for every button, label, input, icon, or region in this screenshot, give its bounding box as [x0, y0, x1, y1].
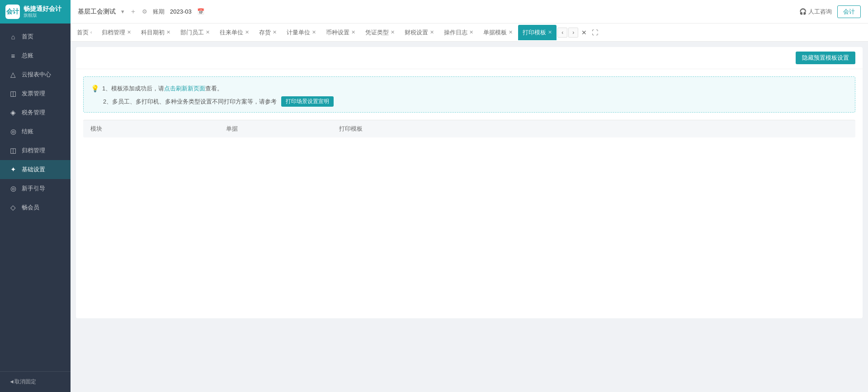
sidebar-item-archive[interactable]: ◫归档管理: [0, 141, 71, 160]
nav-label-invoice: 发票管理: [22, 90, 45, 98]
tab-subject[interactable]: 科目期初✕: [137, 25, 175, 40]
sidebar-logo: 会计 畅捷通好会计 旗舰版: [0, 0, 71, 24]
sidebar-item-tax[interactable]: ◈税务管理: [0, 103, 71, 122]
period-label: 账期: [153, 8, 165, 16]
tab-close-archive[interactable]: ✕: [127, 29, 131, 35]
headset-icon: 🎧: [799, 8, 807, 15]
account-button[interactable]: 会计: [837, 5, 861, 18]
tab-bar: 首页‹归档管理✕科目期初✕部门员工✕往来单位✕存货✕计量单位✕币种设置✕凭证类型…: [71, 24, 868, 42]
page-content: 隐藏预置模板设置 💡 1、模板添加成功后，请点击刷新新页面查看。 2、多员工、多…: [71, 42, 868, 392]
nav-label-tax: 税务管理: [22, 109, 45, 117]
tab-close-currency[interactable]: ✕: [351, 29, 355, 35]
notice-line1-prefix: 1、模板添加成功后，请: [102, 85, 164, 92]
nav-icon-guide: ◎: [9, 184, 17, 193]
tab-close-subject[interactable]: ✕: [166, 29, 170, 35]
sidebar-item-ledger[interactable]: ≡总账: [0, 46, 71, 65]
tab-expand-button[interactable]: ⛶: [590, 28, 600, 38]
nav-label-member: 畅会员: [22, 203, 39, 212]
top-header: 基层工会测试 ▾ ＋ ⚙ 账期 2023-03 📅 🎧 人工咨询 会计: [71, 0, 868, 24]
table-header: 模块单据打印模板: [83, 120, 855, 137]
sidebar: 会计 畅捷通好会计 旗舰版 ⌂首页≡总账△云报表中心◫发票管理◈税务管理◎结账◫…: [0, 0, 71, 392]
sidebar-item-closing[interactable]: ◎结账: [0, 122, 71, 141]
nav-label-archive: 归档管理: [22, 146, 45, 155]
tab-close-partner[interactable]: ✕: [245, 29, 249, 35]
nav-icon-member: ◇: [9, 203, 17, 212]
tab-next-button[interactable]: ›: [568, 28, 578, 38]
tab-close-all-button[interactable]: ✕: [579, 28, 589, 38]
refresh-link[interactable]: 点击刷新新页面: [164, 85, 205, 92]
tab-oplog[interactable]: 操作日志✕: [439, 25, 478, 40]
sidebar-item-guide[interactable]: ◎新手引导: [0, 179, 71, 198]
nav-icon-closing: ◎: [9, 128, 17, 136]
nav-icon-invoice: ◫: [9, 90, 17, 98]
sidebar-nav: ⌂首页≡总账△云报表中心◫发票管理◈税务管理◎结账◫归档管理✦基础设置◎新手引导…: [0, 24, 71, 371]
main-content: 基层工会测试 ▾ ＋ ⚙ 账期 2023-03 📅 🎧 人工咨询 会计 首页‹归…: [71, 0, 868, 392]
tab-voucher[interactable]: 凭证类型✕: [361, 25, 399, 40]
notice-line1-suffix: 查看。: [205, 85, 223, 92]
logo-sub: 旗舰版: [24, 12, 61, 19]
sidebar-item-home[interactable]: ⌂首页: [0, 27, 71, 46]
content-toolbar: 隐藏预置模板设置: [76, 47, 863, 69]
nav-icon-reports: △: [9, 71, 17, 79]
print-scene-button[interactable]: 打印场景设置宣明: [281, 96, 334, 107]
settings-icon[interactable]: ⚙: [142, 8, 147, 15]
nav-label-ledger: 总账: [22, 52, 33, 60]
nav-icon-tax: ◈: [9, 109, 17, 117]
bulb-icon: 💡: [91, 82, 99, 94]
tab-close-voucher[interactable]: ✕: [391, 29, 395, 35]
tab-close-billtemplate[interactable]: ✕: [509, 29, 513, 35]
tab-close-printtemplate[interactable]: ✕: [548, 29, 552, 35]
tab-close-taxsettings[interactable]: ✕: [430, 29, 434, 35]
notice-line2-prefix: 2、多员工、多打印机、多种业务类型设置不同打印方案等，请参考: [103, 96, 277, 107]
add-tab-icon[interactable]: ＋: [130, 7, 137, 16]
unpin-button[interactable]: ◄取消固定: [0, 371, 71, 392]
logo-text: 畅捷通好会计: [24, 5, 61, 13]
logo-icon: 会计: [5, 5, 20, 19]
nav-icon-archive: ◫: [9, 146, 17, 155]
sidebar-item-member[interactable]: ◇畅会员: [0, 198, 71, 217]
tab-unit[interactable]: 计量单位✕: [282, 25, 321, 40]
th-module: 模块: [83, 120, 219, 137]
tab-inventory[interactable]: 存货✕: [255, 25, 281, 40]
tab-printtemplate[interactable]: 打印模板✕: [518, 25, 557, 40]
calendar-icon[interactable]: 📅: [197, 8, 204, 15]
nav-label-home: 首页: [22, 33, 33, 41]
dropdown-icon[interactable]: ▾: [121, 8, 124, 15]
tab-dept[interactable]: 部门员工✕: [176, 25, 214, 40]
tab-partner[interactable]: 往来单位✕: [215, 25, 254, 40]
tab-archive[interactable]: 归档管理✕: [97, 25, 136, 40]
tab-prev-button[interactable]: ‹: [557, 28, 567, 38]
content-inner: 隐藏预置模板设置 💡 1、模板添加成功后，请点击刷新新页面查看。 2、多员工、多…: [76, 47, 863, 318]
tab-billtemplate[interactable]: 单据模板✕: [479, 25, 517, 40]
sidebar-item-invoice[interactable]: ◫发票管理: [0, 84, 71, 103]
nav-label-reports: 云报表中心: [22, 71, 51, 79]
nav-icon-settings: ✦: [9, 165, 17, 174]
notice-box: 💡 1、模板添加成功后，请点击刷新新页面查看。 2、多员工、多打印机、多种业务类…: [83, 76, 855, 113]
nav-icon-ledger: ≡: [9, 52, 17, 60]
nav-label-guide: 新手引导: [22, 184, 45, 193]
company-name: 基层工会测试: [78, 8, 116, 16]
th-template: 打印模板: [332, 120, 855, 137]
period-value: 2023-03: [170, 8, 192, 15]
hide-template-button[interactable]: 隐藏预置模板设置: [796, 52, 855, 64]
tab-close-inventory[interactable]: ✕: [273, 29, 277, 35]
sidebar-item-settings[interactable]: ✦基础设置: [0, 160, 71, 179]
tab-chevron-home[interactable]: ‹: [90, 30, 92, 35]
tab-close-unit[interactable]: ✕: [312, 29, 316, 35]
tab-taxsettings[interactable]: 财税设置✕: [400, 25, 439, 40]
nav-label-settings: 基础设置: [22, 165, 45, 174]
tab-close-oplog[interactable]: ✕: [469, 29, 473, 35]
tab-currency[interactable]: 币种设置✕: [321, 25, 360, 40]
nav-label-closing: 结账: [22, 128, 33, 136]
nav-icon-home: ⌂: [9, 33, 17, 41]
tab-close-dept[interactable]: ✕: [206, 29, 210, 35]
tab-home[interactable]: 首页‹: [72, 25, 96, 40]
sidebar-item-reports[interactable]: △云报表中心: [0, 65, 71, 84]
th-bill: 单据: [219, 120, 332, 137]
support-button[interactable]: 🎧 人工咨询: [799, 8, 832, 16]
